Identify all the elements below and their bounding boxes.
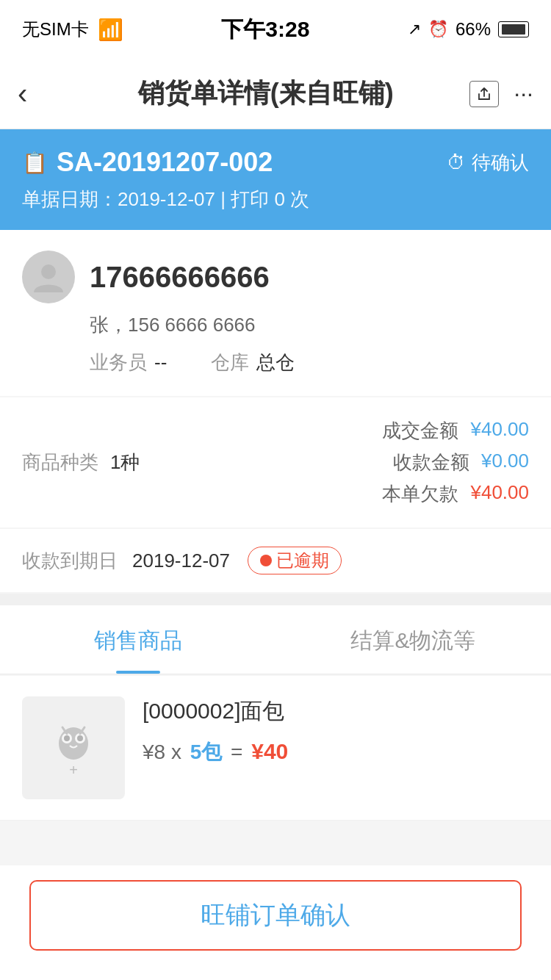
price-equals: = [231,741,242,763]
collection-amount: ¥0.00 [481,450,529,475]
share-button[interactable] [469,81,499,107]
due-date-value: 2019-12-07 [132,550,230,572]
warehouse-label: 仓库 [211,350,249,375]
product-count: 1种 [110,450,140,475]
summary-section: 商品种类 1种 成交金额 ¥40.00 收款金额 ¥0.00 本单欠款 ¥40.… [0,397,551,527]
customer-name: 张，156 6666 6666 [22,312,529,338]
status-left: 无SIM卡 📶 [22,18,123,42]
confirm-order-button[interactable]: 旺铺订单确认 [29,880,522,951]
salesman-field: 业务员 -- [90,350,167,375]
battery-label: 66% [455,19,491,40]
warehouse-field: 仓库 总仓 [211,350,295,375]
customer-phone: 17666666666 [90,261,270,294]
bottom-button-wrap: 旺铺订单确认 [0,865,551,980]
product-img-inner: + [48,718,99,779]
svg-point-5 [77,735,83,741]
collection-row: 收款金额 ¥0.00 [393,450,529,475]
status-time: 下午3:28 [221,15,309,45]
price-total: ¥40 [251,739,288,763]
product-image: + [22,696,125,799]
location-icon: ↗ [408,20,421,39]
nav-actions: ··· [469,80,533,107]
product-item: + [0000002]面包 ¥8 x 5包 = ¥40 [0,676,551,821]
price-formula: ¥8 x [143,741,181,763]
warehouse-value: 总仓 [256,350,295,375]
customer-section: 17666666666 张，156 6666 6666 业务员 -- 仓库 总仓 [0,230,551,396]
customer-top: 17666666666 [22,251,529,303]
transaction-label: 成交金额 [382,418,458,444]
product-info: [0000002]面包 ¥8 x 5包 = ¥40 [143,696,529,799]
product-price: ¥8 x 5包 = ¥40 [143,738,529,766]
tab-settlement[interactable]: 结算&物流等 [276,605,551,674]
order-id-text: SA-20191207-002 [57,147,273,178]
order-date: 单据日期：2019-12-07 | 打印 0 次 [22,187,529,212]
due-label: 收款到期日 [22,548,118,574]
section-divider [0,594,551,605]
tab-sales-products[interactable]: 销售商品 [0,605,276,674]
tabs: 销售商品 结算&物流等 [0,605,551,674]
debt-amount: ¥40.00 [470,481,529,507]
collection-label: 收款金额 [393,450,469,475]
salesman-label: 业务员 [90,350,147,375]
svg-point-1 [59,727,88,760]
transaction-row: 成交金额 ¥40.00 [382,418,529,444]
summary-left: 商品种类 1种 [22,418,140,507]
svg-point-0 [41,264,56,279]
order-status: ⏱ 待确认 [447,150,529,176]
product-section: + [0000002]面包 ¥8 x 5包 = ¥40 [0,676,551,821]
sim-label: 无SIM卡 [22,18,89,41]
product-name: [0000002]面包 [143,696,529,727]
customer-meta: 业务员 -- 仓库 总仓 [22,350,529,375]
nav-bar: ‹ 销货单详情(来自旺铺) ··· [0,59,551,129]
wifi-icon: 📶 [98,18,123,42]
status-clock-icon: ⏱ [447,151,466,174]
back-button[interactable]: ‹ [18,77,62,110]
status-right: ↗ ⏰ 66% [408,19,529,40]
summary-right: 成交金额 ¥40.00 收款金额 ¥0.00 本单欠款 ¥40.00 [382,418,529,507]
overdue-text: 已逾期 [276,549,329,572]
header-band-top: 📋 SA-20191207-002 ⏱ 待确认 [22,147,529,178]
page-title: 销货单详情(来自旺铺) [62,76,469,112]
svg-point-4 [64,735,70,741]
salesman-value: -- [154,351,167,374]
debt-label: 本单欠款 [382,481,458,507]
transaction-amount: ¥40.00 [470,418,529,444]
debt-row: 本单欠款 ¥40.00 [382,481,529,507]
order-icon: 📋 [22,151,48,175]
customer-avatar [22,251,75,303]
logo-plus: + [69,762,78,779]
price-quantity: 5包 [190,741,223,763]
more-button[interactable]: ··· [514,80,533,107]
header-band: 📋 SA-20191207-002 ⏱ 待确认 单据日期：2019-12-07 … [0,129,551,230]
status-bar: 无SIM卡 📶 下午3:28 ↗ ⏰ 66% [0,0,551,59]
overdue-badge: 已逾期 [248,547,342,574]
overdue-dot-icon [260,555,272,566]
status-text: 待确认 [472,150,529,176]
product-type-label: 商品种类 [22,450,98,475]
order-id: 📋 SA-20191207-002 [22,147,273,178]
due-section: 收款到期日 2019-12-07 已逾期 [0,529,551,592]
alarm-icon: ⏰ [428,20,448,39]
battery-icon [498,21,529,37]
